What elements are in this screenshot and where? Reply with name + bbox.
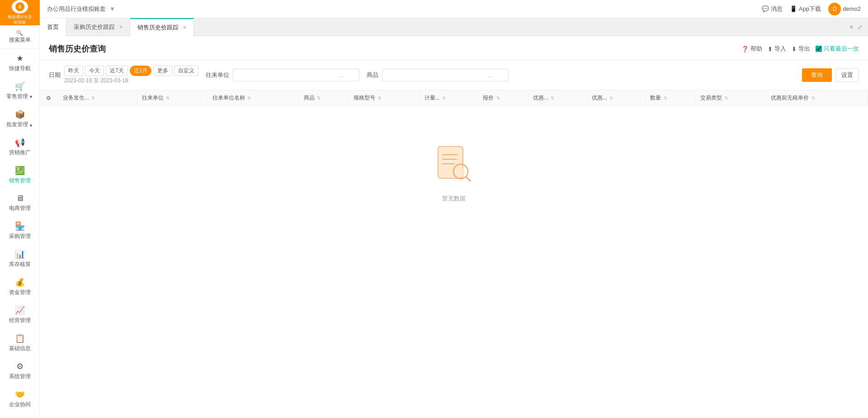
tab-sales-close[interactable]: × — [183, 24, 186, 31]
sidebar-sales-label: 销售管理 — [9, 177, 31, 185]
col-quote[interactable]: 报价 ⇅ — [478, 90, 528, 106]
export-button[interactable]: ⬇ 导出 — [792, 45, 810, 53]
col-discount1[interactable]: 优惠... ⇅ — [528, 90, 587, 106]
sort-price-no-tax[interactable]: ⇅ — [811, 95, 815, 100]
sidebar-item-retail[interactable]: 🛒 零售管理▼ — [0, 77, 40, 105]
date-btn-more[interactable]: 更多 — [153, 66, 172, 76]
only-last-toggle[interactable]: 只看最后一次 — [816, 45, 859, 53]
sidebar-finance-label: 资金管理 — [9, 289, 31, 296]
sidebar-item-ecommerce[interactable]: 🖥 电商管理 — [0, 189, 40, 217]
goods-input[interactable] — [386, 72, 486, 79]
sidebar-item-purchase[interactable]: 🏪 采购管理 — [0, 217, 40, 245]
col-settings[interactable]: ⚙ — [40, 90, 58, 106]
corp-icon: 🤝 — [15, 390, 25, 399]
only-last-checkbox[interactable] — [816, 46, 822, 52]
tab-purchase-history[interactable]: 采购历史价跟踪 × — [66, 18, 130, 36]
main-area: 办公用品行业模拟账套 ▼ 💬 消息 📱 App下载 D demo2 首页 采购历… — [40, 0, 868, 418]
col-quantity[interactable]: 数量 ⇅ — [646, 90, 696, 106]
col-biz-date[interactable]: 业务发生... ⇅ — [58, 90, 137, 106]
account-dropdown-label[interactable]: 办公用品行业模拟账套 — [47, 5, 106, 13]
date-btn-yesterday[interactable]: 昨天 — [64, 66, 83, 76]
col-spec[interactable]: 规格型号 ⇅ — [349, 90, 420, 106]
sort-spec[interactable]: ⇅ — [378, 95, 382, 100]
partner-input-wrapper: ... — [233, 69, 359, 81]
col-goods[interactable]: 商品 ⇅ — [299, 90, 349, 106]
sidebar-search-label: 搜索菜单 — [9, 36, 31, 44]
sidebar: 6 畅捷通好生意 标准版 🔍 搜索菜单 ★ 快捷导航 🛒 零售管理▼ 📦 批发管… — [0, 0, 40, 418]
sort-trade-type[interactable]: ⇅ — [724, 95, 728, 100]
help-button[interactable]: ❓ 帮助 — [741, 45, 762, 53]
purchase-icon: 🏪 — [15, 221, 25, 231]
date-btn-custom[interactable]: 自定义 — [174, 66, 198, 76]
tabs-actions: × ⤢ — [844, 23, 868, 31]
tab-purchase-close[interactable]: × — [119, 24, 123, 30]
col-partner-name[interactable]: 往来单位名称 ⇅ — [208, 90, 299, 106]
sort-quantity[interactable]: ⇅ — [664, 95, 667, 100]
date-btn-today[interactable]: 今天 — [85, 66, 104, 76]
sidebar-item-marketing[interactable]: 📢 营销推广 — [0, 133, 40, 161]
sidebar-retail-label: 零售管理▼ — [6, 93, 33, 100]
dropdown-arrow-icon[interactable]: ▼ — [109, 5, 115, 12]
col-trade-type[interactable]: 交易类型 ⇅ — [696, 90, 766, 106]
sidebar-item-corp[interactable]: 🤝 企业协同 — [0, 385, 40, 413]
import-label: 导入 — [774, 45, 786, 53]
sidebar-item-ops[interactable]: 📈 经营管理 — [0, 301, 40, 329]
maximize-button[interactable]: ⤢ — [857, 24, 863, 31]
partner-input[interactable] — [237, 72, 336, 79]
date-btn-1month[interactable]: 近1月 — [130, 66, 152, 76]
col-partner-code[interactable]: 往来单位 ⇅ — [137, 90, 208, 106]
goods-group: 商品 ... — [367, 69, 509, 81]
sort-goods[interactable]: ⇅ — [317, 95, 321, 100]
system-icon: ⚙ — [16, 361, 24, 371]
page-content: 销售历史价查询 ❓ 帮助 ⬆ 导入 ⬇ 导出 只看最后一次 — [40, 36, 868, 418]
sort-biz-date[interactable]: ⇅ — [91, 95, 95, 100]
partner-label: 往来单位 — [206, 71, 229, 79]
goods-search-icon[interactable]: ... — [487, 71, 493, 79]
date-label: 日期 — [49, 71, 61, 79]
tab-sales-label: 销售历史价跟踪 — [137, 24, 179, 32]
col-unit[interactable]: 计量... ⇅ — [420, 90, 478, 106]
sort-quote[interactable]: ⇅ — [496, 95, 500, 100]
col-discount2[interactable]: 优惠... ⇅ — [587, 90, 646, 106]
ecommerce-icon: 🖥 — [16, 194, 24, 203]
sort-partner-code[interactable]: ⇅ — [166, 95, 170, 100]
results-table: ⚙ 业务发生... ⇅ 往来单位 ⇅ 往来单位名称 ⇅ — [40, 90, 868, 106]
finance-icon: 💰 — [15, 277, 25, 287]
sidebar-item-inventory[interactable]: 📊 库存核算 — [0, 245, 40, 273]
table-container: ⚙ 业务发生... ⇅ 往来单位 ⇅ 往来单位名称 ⇅ — [40, 90, 868, 239]
sidebar-item-finance[interactable]: 💰 资金管理 — [0, 273, 40, 301]
message-button[interactable]: 💬 消息 — [762, 5, 783, 13]
sort-unit[interactable]: ⇅ — [442, 95, 446, 100]
topbar-right: 💬 消息 📱 App下载 D demo2 — [762, 3, 861, 15]
sales-icon: 💹 — [15, 166, 25, 176]
logo-text: 畅捷通好生意 标准版 — [8, 14, 32, 25]
sidebar-item-system[interactable]: ⚙ 系统管理 — [0, 357, 40, 385]
query-button[interactable]: 查询 — [802, 68, 832, 82]
tab-sales-history[interactable]: 销售历史价跟踪 × — [130, 18, 194, 36]
import-button[interactable]: ⬆ 导入 — [768, 45, 786, 53]
col-price-no-tax[interactable]: 优惠前无税单价 ⇅ — [766, 90, 868, 106]
sidebar-item-search[interactable]: 🔍 搜索菜单 — [0, 25, 40, 49]
date-btn-7days[interactable]: 近7天 — [106, 66, 128, 76]
sidebar-item-guide[interactable]: 🎯 新手引导 — [0, 413, 40, 418]
sidebar-item-basic[interactable]: 📋 基础信息 — [0, 329, 40, 357]
user-menu[interactable]: D demo2 — [828, 3, 861, 15]
sort-discount2[interactable]: ⇅ — [609, 95, 613, 100]
svg-text:6: 6 — [19, 5, 21, 10]
app-download-button[interactable]: 📱 App下载 — [790, 5, 821, 13]
partner-search-icon[interactable]: ... — [338, 71, 344, 79]
message-label: 消息 — [771, 5, 783, 13]
setting-button[interactable]: 设置 — [835, 68, 859, 82]
close-all-button[interactable]: × — [849, 23, 854, 31]
sort-discount1[interactable]: ⇅ — [551, 95, 554, 100]
tab-home[interactable]: 首页 — [40, 18, 66, 36]
date-buttons: 昨天 今天 近7天 近1月 更多 自定义 — [64, 66, 198, 76]
sidebar-item-sales[interactable]: 💹 销售管理 — [0, 161, 40, 189]
sort-partner-name[interactable]: ⇅ — [247, 95, 251, 100]
search-bar: 日期 昨天 今天 近7天 近1月 更多 自定义 2023-02-18 至 202… — [40, 60, 868, 90]
sidebar-item-wholesale[interactable]: 📦 批发管理▲ — [0, 105, 40, 133]
sidebar-item-quick-nav[interactable]: ★ 快捷导航 — [0, 49, 40, 77]
app-download-label: App下载 — [799, 5, 821, 13]
app-logo[interactable]: 6 畅捷通好生意 标准版 — [0, 0, 40, 25]
topbar-left: 办公用品行业模拟账套 ▼ — [47, 5, 115, 13]
